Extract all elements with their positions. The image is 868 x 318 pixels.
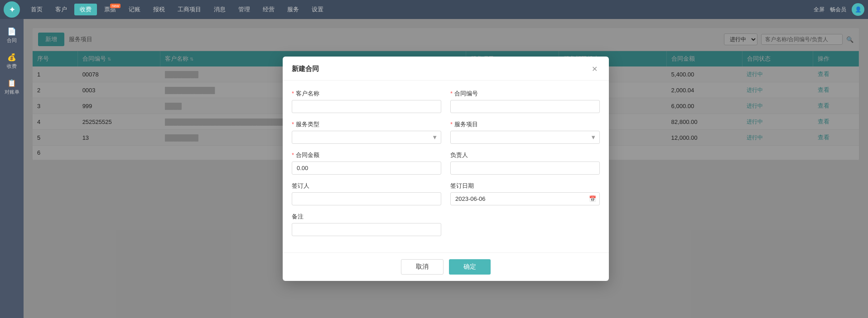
modal-header: 新建合同 ✕	[283, 57, 609, 81]
reconcile-icon: 📋	[7, 79, 16, 87]
responsible-input[interactable]	[450, 161, 600, 175]
form-row-4: 签订人 签订日期 📅	[292, 182, 600, 205]
sidebar-label-contract: 合同	[7, 37, 17, 44]
app-logo: ✦	[4, 1, 20, 18]
amount-input[interactable]	[292, 161, 441, 175]
modal-footer: 取消 确定	[283, 252, 609, 281]
nav-home[interactable]: 首页	[25, 4, 48, 15]
member-btn[interactable]: 畅会员	[830, 6, 846, 14]
sidebar-label-reconcile: 对账单	[5, 89, 19, 95]
nav-operation[interactable]: 经营	[257, 4, 280, 15]
service-type-wrapper: ▼	[292, 131, 441, 144]
contract-no-input[interactable]	[450, 100, 600, 113]
required-star-4: *	[450, 121, 453, 128]
fullscreen-btn[interactable]: 全屏	[814, 6, 825, 14]
form-row-3: * 合同金额 负责人	[292, 151, 600, 175]
required-star-3: *	[292, 121, 294, 128]
sign-date-wrapper: 📅	[450, 192, 600, 205]
form-row-5: 备注	[292, 213, 600, 236]
nav-service[interactable]: 服务	[282, 4, 304, 15]
required-star-2: *	[450, 90, 453, 97]
user-avatar[interactable]: 👤	[852, 3, 864, 16]
modal-overlay[interactable]: 新建合同 ✕ * 客户名称	[24, 19, 868, 318]
cancel-button[interactable]: 取消	[401, 259, 444, 275]
sign-date-label: 签订日期	[450, 182, 600, 190]
field-client-name: * 客户名称	[292, 90, 441, 113]
new-contract-modal: 新建合同 ✕ * 客户名称	[283, 57, 609, 281]
field-service-item: * 服务项目 ▼	[450, 120, 600, 144]
field-remark: 备注	[292, 213, 441, 236]
confirm-button[interactable]: 确定	[449, 259, 491, 275]
signer-input[interactable]	[292, 192, 441, 205]
remark-input[interactable]	[292, 223, 441, 236]
nav-client[interactable]: 客户	[50, 4, 72, 15]
calendar-icon[interactable]: 📅	[589, 195, 596, 202]
nav-management[interactable]: 管理	[233, 4, 256, 15]
client-name-label: * 客户名称	[292, 90, 441, 98]
required-star: *	[292, 90, 294, 97]
nav-billing[interactable]: 收费	[74, 4, 97, 15]
sidebar-item-contract[interactable]: 📄 合同	[1, 24, 23, 47]
service-type-label: * 服务类型	[292, 120, 441, 128]
field-sign-date: 签订日期 📅	[450, 182, 600, 205]
sign-date-input[interactable]	[450, 192, 600, 205]
billing-icon: 💰	[7, 53, 16, 62]
remark-label: 备注	[292, 213, 441, 221]
nav-message[interactable]: 消息	[208, 4, 231, 15]
sidebar-item-billing[interactable]: 💰 收费	[1, 49, 23, 73]
sidebar-label-billing: 收费	[7, 63, 17, 70]
service-item-wrapper: ▼	[450, 131, 600, 144]
nav-tax[interactable]: 报税	[148, 4, 170, 15]
sidebar-item-reconcile[interactable]: 📋 对账单	[1, 75, 23, 99]
field-signer: 签订人	[292, 182, 441, 205]
field-responsible: 负责人	[450, 151, 600, 175]
signer-label: 签订人	[292, 182, 441, 190]
new-badge: new	[110, 4, 121, 8]
client-name-input[interactable]	[292, 100, 441, 113]
nav-bookkeeping[interactable]: 记账	[123, 4, 146, 15]
nav-menu: 首页 客户 收费 票据 new 记账 报税 工商项目 消息 管理 经营 服务 设…	[25, 4, 814, 15]
service-item-input[interactable]	[450, 131, 600, 144]
field-service-type: * 服务类型 ▼	[292, 120, 441, 144]
service-type-input[interactable]	[292, 131, 441, 144]
service-item-label: * 服务项目	[450, 120, 600, 128]
left-sidebar: 📄 合同 💰 收费 📋 对账单	[0, 19, 24, 318]
nav-settings[interactable]: 设置	[306, 4, 329, 15]
field-amount: * 合同金额	[292, 151, 441, 175]
modal-body: * 客户名称 * 合同编号	[283, 81, 609, 252]
form-row-2: * 服务类型 ▼ * 服务项目	[292, 120, 600, 144]
modal-close-button[interactable]: ✕	[589, 64, 600, 75]
nav-industry[interactable]: 工商项目	[172, 4, 207, 15]
top-navigation: ✦ 首页 客户 收费 票据 new 记账 报税 工商项目 消息 管理 经营 服务…	[0, 0, 868, 19]
main-layout: 📄 合同 💰 收费 📋 对账单 新增 服务项目 进行中 已完成 已取消	[0, 19, 868, 318]
field-contract-no: * 合同编号	[450, 90, 600, 113]
responsible-label: 负责人	[450, 151, 600, 159]
main-content: 新增 服务项目 进行中 已完成 已取消 🔍 序号 合同编	[24, 19, 868, 318]
amount-label: * 合同金额	[292, 151, 441, 159]
contract-icon: 📄	[7, 27, 16, 36]
modal-title: 新建合同	[292, 65, 319, 73]
top-right-actions: 全屏 畅会员 👤	[814, 3, 864, 16]
required-star-5: *	[292, 152, 294, 158]
nav-invoice[interactable]: 票据 new	[99, 4, 121, 15]
form-row-1: * 客户名称 * 合同编号	[292, 90, 600, 113]
contract-no-label: * 合同编号	[450, 90, 600, 98]
